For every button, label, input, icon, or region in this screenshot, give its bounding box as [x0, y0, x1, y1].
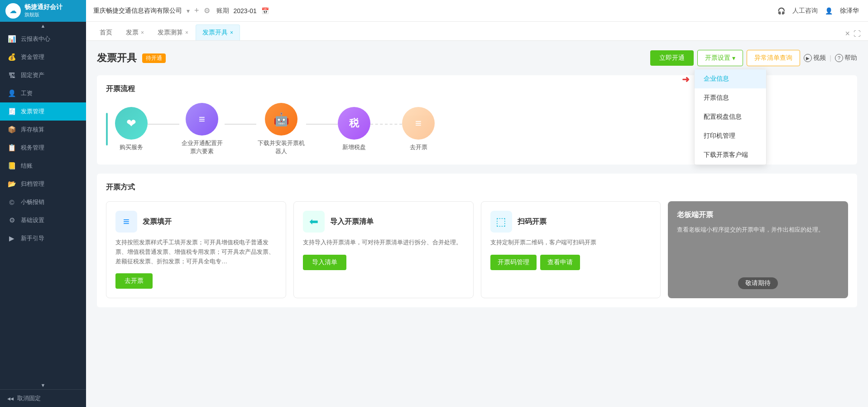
yunbao-icon: 📊 [7, 35, 16, 43]
sidebar-label-xiaochang: 小畅报销 [21, 198, 44, 206]
user-avatar-icon: 👤 [825, 7, 833, 15]
flow-label-3: 下载并安装开票机器人 [256, 139, 306, 155]
method-fill-desc: 支持按照发票样式手工填开发票；可开具增值税电子普通发票、增值税普通发票、增值税专… [115, 238, 277, 266]
sidebar-item-kucun[interactable]: 📦 库存核算 [0, 121, 86, 139]
dropdown-item-company-info[interactable]: 企业信息 [695, 69, 766, 88]
sidebar-item-shuiwu[interactable]: 📋 税务管理 [0, 139, 86, 157]
method-import-icon: ⬅ [303, 211, 325, 233]
flow-icon-5: ≡ [402, 107, 435, 140]
sidebar-item-fapiao[interactable]: 🧾 发票管理 [0, 102, 86, 121]
jiezhang-icon: 📒 [7, 162, 16, 170]
flow-label-1: 购买服务 [120, 143, 143, 151]
sidebar-item-jichu[interactable]: ⚙ 基础设置 [0, 211, 86, 229]
btn-help[interactable]: ? 帮助 [835, 54, 857, 62]
sidebar-item-xiaochang[interactable]: © 小畅报销 [0, 193, 86, 211]
settings-dropdown-menu: ➜ 企业信息 开票信息 配置税盘信息 打印机管理 下载开票客户端 [694, 69, 767, 165]
tab-fapiao-close[interactable]: × [141, 29, 144, 36]
sidebar-item-zijin[interactable]: 💰 资金管理 [0, 48, 86, 66]
xiaochang-icon: © [7, 199, 16, 206]
sidebar-item-guding[interactable]: 🏗 固定资产 [0, 66, 86, 84]
red-arrow-indicator: ➜ [682, 74, 690, 85]
sidebar-scroll-down[interactable]: ▼ [0, 381, 86, 389]
support-label[interactable]: 人工咨询 [792, 7, 818, 15]
sidebar-label-xinshou: 新手引导 [21, 234, 44, 242]
flow-label-2: 企业开通配置开票六要素 [179, 139, 225, 155]
fapiao-icon: 🧾 [7, 107, 16, 116]
method-boss-desc: 查看老板端小程序提交的开票申请，并作出相应的处理。 [677, 225, 839, 235]
sidebar-label-guding: 固定资产 [21, 71, 44, 79]
tab-fapiao-calc-label: 发票测算 [158, 29, 183, 37]
zijin-icon: 💰 [7, 53, 16, 61]
flow-icon-2: ≡ [186, 103, 218, 136]
method-fill-btn[interactable]: 去开票 [115, 273, 153, 289]
support-icon: 🎧 [777, 7, 785, 15]
tab-fapiao-open-close[interactable]: × [230, 29, 233, 36]
add-company-btn[interactable]: + [194, 6, 199, 15]
method-import-desc: 支持导入待开票清单，可对待开票清单进行拆分、合并处理。 [303, 238, 464, 247]
method-fill-icon: ≡ [115, 211, 137, 233]
method-card-scan: ⬚ 扫码开票 支持定制开票二维码，客户端可扫码开票 开票码管理 查看申请 [481, 201, 661, 298]
help-icon: ? [835, 54, 843, 62]
btn-abnormal[interactable]: 异常清单查询 [747, 50, 800, 66]
sidebar-item-jiezhang[interactable]: 📒 结账 [0, 157, 86, 175]
btn-settings[interactable]: 开票设置 ▾ [697, 50, 743, 66]
period-label: 账期 [216, 7, 229, 15]
flow-step-5: ≡ 去开票 [402, 107, 435, 151]
method-card-import: ⬅ 导入开票清单 支持导入待开票清单，可对待开票清单进行拆分、合并处理。 导入清… [293, 201, 474, 298]
sidebar-item-gongzi[interactable]: 👤 工资 [0, 84, 86, 102]
dropdown-item-download-client[interactable]: 下载开票客户端 [695, 145, 766, 165]
flow-label-4: 新增税盘 [342, 143, 366, 151]
tab-fapiao[interactable]: 发票 × [120, 25, 150, 40]
method-boss-title-text: 老板端开票 [677, 210, 713, 220]
sidebar-label-gongzi: 工资 [21, 89, 33, 97]
sidebar-label-yunbao: 云报表中心 [21, 35, 50, 43]
company-name: 重庆畅捷交通信息咨询有限公司 [93, 7, 182, 15]
tab-close-window[interactable]: × [845, 29, 850, 39]
dropdown-item-invoice-info[interactable]: 开票信息 [695, 88, 766, 107]
settings-icon[interactable]: ⚙ [204, 6, 210, 15]
method-scan-icon: ⬚ [490, 211, 512, 233]
sidebar-item-guidang[interactable]: 📂 归档管理 [0, 175, 86, 193]
tab-fapiao-calc-close[interactable]: × [185, 29, 188, 36]
xinshou-icon: ▶ [7, 234, 16, 242]
method-scan-btn2[interactable]: 查看申请 [540, 255, 580, 270]
page-title: 发票开具 [97, 51, 137, 65]
sidebar-cancel-fixed[interactable]: ◂◂ 取消固定 [0, 389, 86, 407]
sidebar-item-xinshou[interactable]: ▶ 新手引导 [0, 229, 86, 247]
method-scan-btn1[interactable]: 开票码管理 [490, 255, 537, 270]
tab-fapiao-open-label: 发票开具 [202, 29, 228, 37]
method-card-boss: 老板端开票 查看老板端小程序提交的开票申请，并作出相应的处理。 敬请期待 [668, 201, 848, 298]
method-scan-desc: 支持定制开票二维码，客户端可扫码开票 [490, 238, 652, 247]
dropdown-item-printer[interactable]: 打印机管理 [695, 126, 766, 145]
tab-fapiao-open[interactable]: 发票开具 × [196, 24, 240, 40]
sidebar-scroll-up[interactable]: ▲ [0, 22, 86, 30]
flow-step-2: ≡ 企业开通配置开票六要素 [179, 103, 225, 155]
settings-dropdown-arrow: ▾ [732, 54, 735, 62]
flow-connector-4 [370, 124, 402, 125]
company-dropdown-icon[interactable]: ▾ [187, 7, 190, 15]
sidebar-label-zijin: 资金管理 [21, 53, 44, 61]
cancel-fixed-icon: ◂◂ [7, 395, 14, 402]
sidebar-label-jichu: 基础设置 [21, 216, 44, 224]
guidang-icon: 📂 [7, 180, 16, 188]
btn-open[interactable]: 立即开通 [650, 50, 694, 66]
method-card-fill: ≡ 发票填开 支持按照发票样式手工填开发票；可开具增值税电子普通发票、增值税普通… [106, 201, 286, 298]
calendar-icon[interactable]: 📅 [261, 7, 269, 15]
dropdown-item-tax-disk[interactable]: 配置税盘信息 [695, 107, 766, 126]
tab-home[interactable]: 首页 [93, 25, 119, 40]
flow-left-bar [106, 113, 108, 145]
method-import-btn[interactable]: 导入清单 [303, 255, 346, 270]
sidebar-label-guidang: 归档管理 [21, 180, 44, 188]
btn-video[interactable]: ▶ 视频 [804, 54, 826, 62]
period-value: 2023-01 [234, 7, 257, 15]
user-name[interactable]: 徐泽华 [840, 7, 859, 15]
flow-icon-3: 🤖 [265, 103, 297, 136]
method-import-title: 导入开票清单 [330, 217, 374, 227]
sidebar-item-yunbao[interactable]: 📊 云报表中心 [0, 30, 86, 48]
method-scan-title: 扫码开票 [518, 217, 547, 227]
video-play-icon: ▶ [804, 54, 812, 62]
separator: | [830, 54, 831, 62]
tab-fapiao-calc[interactable]: 发票测算 × [151, 25, 195, 40]
sidebar-label-shuiwu: 税务管理 [21, 144, 44, 152]
tab-expand-window[interactable]: ⛶ [854, 30, 861, 38]
